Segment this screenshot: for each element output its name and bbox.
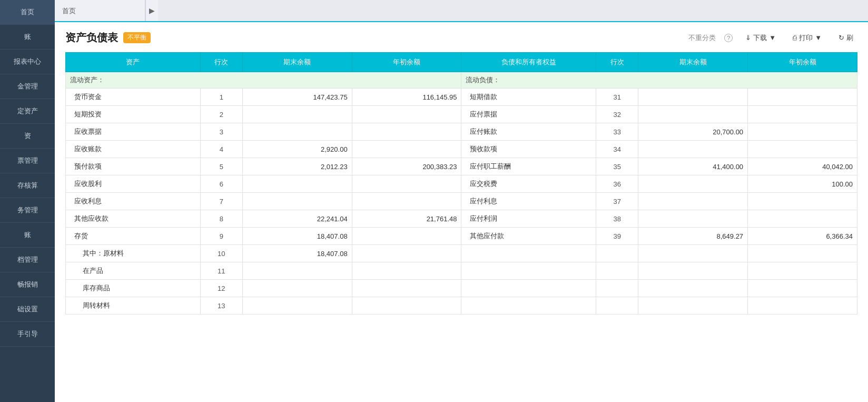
cell-4-5[interactable]: 34 bbox=[596, 141, 638, 158]
cell-9-2[interactable]: 18,407.08 bbox=[242, 228, 352, 245]
cell-4-4[interactable]: 预收款项 bbox=[461, 141, 596, 158]
cell-10-1[interactable]: 10 bbox=[200, 245, 242, 262]
sidebar-item-inventory[interactable]: 存核算 bbox=[0, 173, 55, 198]
cell-10-6[interactable] bbox=[638, 245, 748, 262]
cell-12-7[interactable] bbox=[748, 280, 857, 297]
cell-12-0[interactable]: 库存商品 bbox=[66, 280, 201, 297]
cell-8-2[interactable]: 22,241.04 bbox=[242, 210, 352, 228]
cell-8-0[interactable]: 其他应收款 bbox=[66, 210, 201, 228]
cell-3-2[interactable] bbox=[242, 123, 352, 141]
cell-11-1[interactable]: 11 bbox=[200, 262, 242, 280]
cell-8-1[interactable]: 8 bbox=[200, 210, 242, 228]
cell-13-7[interactable] bbox=[748, 297, 857, 315]
sidebar-item-expense[interactable]: 畅报销 bbox=[0, 272, 55, 297]
cell-1-4[interactable]: 短期借款 bbox=[461, 89, 596, 106]
cell-4-0[interactable]: 应收账款 bbox=[66, 141, 201, 158]
cell-9-7[interactable]: 6,366.34 bbox=[748, 228, 857, 245]
cell-8-6[interactable] bbox=[638, 210, 748, 228]
cell-3-0[interactable]: 应收票据 bbox=[66, 123, 201, 141]
cell-6-4[interactable]: 应交税费 bbox=[461, 175, 596, 193]
cell-12-4[interactable] bbox=[461, 280, 596, 297]
cell-3-6[interactable]: 20,700.00 bbox=[638, 123, 748, 141]
cell-5-3[interactable]: 200,383.23 bbox=[352, 158, 461, 175]
cell-9-6[interactable]: 8,649.27 bbox=[638, 228, 748, 245]
print-button[interactable]: ⎙ 打印 ▼ bbox=[788, 31, 826, 45]
cell-8-4[interactable]: 应付利润 bbox=[461, 210, 596, 228]
cell-1-6[interactable] bbox=[638, 89, 748, 106]
cell-13-2[interactable] bbox=[242, 297, 352, 315]
cell-7-1[interactable]: 7 bbox=[200, 193, 242, 210]
cell-10-3[interactable] bbox=[352, 245, 461, 262]
cell-3-5[interactable]: 33 bbox=[596, 123, 638, 141]
cell-8-5[interactable]: 38 bbox=[596, 210, 638, 228]
sidebar-item-cash-mgmt[interactable]: 金管理 bbox=[0, 74, 55, 99]
cell-7-0[interactable]: 应收利息 bbox=[66, 193, 201, 210]
sidebar-item-ledger[interactable]: 账 bbox=[0, 223, 55, 248]
cell-4-3[interactable] bbox=[352, 141, 461, 158]
cell-11-5[interactable] bbox=[596, 262, 638, 280]
cell-12-2[interactable] bbox=[242, 280, 352, 297]
download-button[interactable]: ⇓ 下载 ▼ bbox=[741, 31, 780, 45]
cell-9-5[interactable]: 39 bbox=[596, 228, 638, 245]
cell-13-4[interactable] bbox=[461, 297, 596, 315]
cell-3-4[interactable]: 应付账款 bbox=[461, 123, 596, 141]
cell-3-1[interactable]: 3 bbox=[200, 123, 242, 141]
cell-5-4[interactable]: 应付职工薪酬 bbox=[461, 158, 596, 175]
cell-6-1[interactable]: 6 bbox=[200, 175, 242, 193]
cell-2-4[interactable]: 应付票据 bbox=[461, 106, 596, 123]
cell-3-7[interactable] bbox=[748, 123, 857, 141]
cell-6-3[interactable] bbox=[352, 175, 461, 193]
sidebar-item-guide[interactable]: 手引导 bbox=[0, 322, 55, 347]
cell-1-5[interactable]: 31 bbox=[596, 89, 638, 106]
cell-13-6[interactable] bbox=[638, 297, 748, 315]
cell-1-2[interactable]: 147,423.75 bbox=[242, 89, 352, 106]
cell-5-2[interactable]: 2,012.23 bbox=[242, 158, 352, 175]
cell-2-6[interactable] bbox=[638, 106, 748, 123]
cell-13-5[interactable] bbox=[596, 297, 638, 315]
cell-2-0[interactable]: 短期投资 bbox=[66, 106, 201, 123]
cell-2-7[interactable] bbox=[748, 106, 857, 123]
sidebar-item-assets[interactable]: 资 bbox=[0, 124, 55, 149]
cell-9-0[interactable]: 存货 bbox=[66, 228, 201, 245]
cell-7-2[interactable] bbox=[242, 193, 352, 210]
cell-6-6[interactable] bbox=[638, 175, 748, 193]
cell-13-3[interactable] bbox=[352, 297, 461, 315]
cell-1-1[interactable]: 1 bbox=[200, 89, 242, 106]
sidebar-item-fixed-assets[interactable]: 定资产 bbox=[0, 99, 55, 124]
cell-11-4[interactable] bbox=[461, 262, 596, 280]
refresh-button[interactable]: ↻ 刷 bbox=[834, 31, 857, 45]
cell-12-3[interactable] bbox=[352, 280, 461, 297]
cell-6-0[interactable]: 应收股利 bbox=[66, 175, 201, 193]
cell-5-5[interactable]: 35 bbox=[596, 158, 638, 175]
cell-10-2[interactable]: 18,407.08 bbox=[242, 245, 352, 262]
cell-7-3[interactable] bbox=[352, 193, 461, 210]
sidebar-item-archive[interactable]: 档管理 bbox=[0, 248, 55, 272]
cell-2-2[interactable] bbox=[242, 106, 352, 123]
tab-scroll-right[interactable]: ▶ bbox=[145, 0, 158, 21]
cell-10-7[interactable] bbox=[748, 245, 857, 262]
sidebar-item-tax-mgmt[interactable]: 务管理 bbox=[0, 198, 55, 223]
cell-4-2[interactable]: 2,920.00 bbox=[242, 141, 352, 158]
cell-7-4[interactable]: 应付利息 bbox=[461, 193, 596, 210]
cell-1-7[interactable] bbox=[748, 89, 857, 106]
sidebar-item-report-center[interactable]: 报表中心 bbox=[0, 50, 55, 74]
cell-4-6[interactable] bbox=[638, 141, 748, 158]
cell-6-7[interactable]: 100.00 bbox=[748, 175, 857, 193]
cell-7-5[interactable]: 37 bbox=[596, 193, 638, 210]
sidebar-item-settings[interactable]: 础设置 bbox=[0, 297, 55, 322]
cell-8-3[interactable]: 21,761.48 bbox=[352, 210, 461, 228]
cell-13-1[interactable]: 13 bbox=[200, 297, 242, 315]
cell-11-2[interactable] bbox=[242, 262, 352, 280]
cell-9-1[interactable]: 9 bbox=[200, 228, 242, 245]
cell-9-4[interactable]: 其他应付款 bbox=[461, 228, 596, 245]
cell-11-7[interactable] bbox=[748, 262, 857, 280]
cell-12-5[interactable] bbox=[596, 280, 638, 297]
cell-10-5[interactable] bbox=[596, 245, 638, 262]
cell-7-6[interactable] bbox=[638, 193, 748, 210]
cell-8-7[interactable] bbox=[748, 210, 857, 228]
info-icon[interactable]: ? bbox=[724, 34, 733, 42]
cell-12-6[interactable] bbox=[638, 280, 748, 297]
sidebar-item-bill-mgmt[interactable]: 票管理 bbox=[0, 149, 55, 173]
cell-5-7[interactable]: 40,042.00 bbox=[748, 158, 857, 175]
sidebar-item-account[interactable]: 账 bbox=[0, 25, 55, 50]
